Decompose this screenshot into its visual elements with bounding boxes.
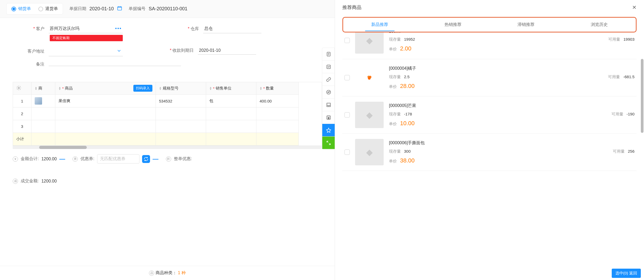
gear-icon: [16, 85, 21, 91]
horizontal-scrollbar[interactable]: [13, 146, 322, 149]
total-value: 1200.00: [41, 157, 57, 161]
product-name: [0000005]芒果: [389, 103, 634, 109]
swap-icon[interactable]: [322, 86, 335, 99]
star-icon[interactable]: [322, 124, 335, 137]
recommend-tabs: 新品推荐 热销推荐 滞销推荐 浏览历史: [343, 19, 636, 31]
radio-return-order[interactable]: 退货单: [38, 6, 58, 12]
account-period-badge: 不固定账期: [50, 35, 123, 41]
dash-icon: —: [153, 156, 158, 162]
list-item: [0000004]橘子 现存量2.5 可用量-681.5 单价28.00: [342, 59, 637, 96]
note-icon[interactable]: [322, 48, 335, 60]
sort-icon: ▲▼: [58, 86, 61, 90]
col-unit[interactable]: ▲▼*销售单位: [206, 82, 256, 95]
svg-point-1: [18, 87, 20, 88]
warehouse-input[interactable]: 总仓: [203, 24, 261, 33]
sort-icon: ▲▼: [260, 86, 262, 90]
dash-icon: —: [59, 156, 65, 162]
svg-point-9: [369, 76, 369, 76]
subtotal-label: 小计: [13, 133, 31, 146]
order-items-table: ▲▼商 ▲▼*商品扫码录入 ▲▼规格型号 ▲▼*销售单位 ▲▼*数量 1 果倍爽…: [13, 82, 322, 146]
sort-icon: ▲▼: [35, 86, 37, 90]
summary-area: ¥ 金额合计: 1200.00 — 券 优惠券: 无匹配优惠券 — 折 整单优惠…: [0, 149, 335, 189]
list-item: ◆ [0000005]芒果 现存量-178 可用量-190 单价10.00: [342, 96, 637, 134]
coupon-label: 优惠券:: [80, 156, 94, 162]
radio-return-label: 退货单: [45, 6, 58, 12]
coupon-icon: 券: [72, 156, 78, 162]
side-toolbar: [322, 48, 335, 150]
table-cell-thumb[interactable]: [31, 95, 55, 108]
product-checkbox[interactable]: [344, 150, 350, 155]
yen-icon: ¥: [13, 156, 18, 162]
table-cell-qty[interactable]: 400.00: [256, 95, 299, 108]
radio-sales-label: 销货单: [18, 6, 31, 12]
discount-label: 整单优惠:: [174, 156, 192, 162]
product-image: ◆: [355, 102, 384, 128]
due-date-input[interactable]: 2020-01-10: [198, 46, 256, 55]
refresh-button[interactable]: [142, 155, 150, 163]
kind-value: 1: [178, 270, 180, 275]
currency-icon[interactable]: [322, 111, 335, 124]
svg-point-4: [327, 90, 331, 94]
product-checkbox[interactable]: [344, 112, 350, 118]
col-goods-short[interactable]: ▲▼商: [31, 82, 55, 95]
total-label: 金额合计:: [21, 156, 39, 162]
remark-input[interactable]: [49, 63, 181, 66]
address-field: 客户地址: [13, 46, 123, 56]
deal-icon: 成: [13, 179, 18, 184]
vertical-scrollbar[interactable]: [641, 59, 643, 133]
col-spec[interactable]: ▲▼规格型号: [156, 82, 206, 95]
table-cell-unit[interactable]: 包: [206, 95, 256, 108]
col-qty[interactable]: ▲▼*数量: [256, 82, 299, 95]
svg-rect-0: [118, 7, 122, 10]
product-name: 250ml: [389, 32, 634, 34]
tab-new[interactable]: 新品推荐: [343, 19, 416, 31]
radio-dot-icon: [38, 7, 43, 11]
table-row[interactable]: 2: [13, 108, 31, 120]
kind-icon: 品: [149, 270, 154, 276]
calendar-icon[interactable]: [117, 6, 122, 12]
product-name: [0000004]橘子: [389, 66, 634, 71]
order-type-radio-group: 销货单 退货单: [6, 3, 63, 15]
recommend-footer: 选中(0) 返回: [612, 269, 641, 278]
doc-no-field: 单据编号 SA-20200110-001: [129, 6, 187, 12]
product-checkbox[interactable]: [344, 75, 350, 80]
form-area: *客户 苏州万达沃尔玛 ••• 不固定账期 *仓库 总仓 客户地址: [0, 18, 335, 79]
table-row[interactable]: 3: [13, 120, 31, 133]
inbox-icon[interactable]: [322, 99, 335, 111]
col-goods[interactable]: ▲▼*商品扫码录入: [55, 82, 156, 95]
doc-date-field: 单据日期 2020-01-10: [69, 6, 122, 12]
selected-return-button[interactable]: 选中(0) 返回: [612, 269, 641, 278]
expand-icon[interactable]: [322, 137, 335, 149]
product-image: ◆: [355, 139, 384, 165]
doc-date-label: 单据日期: [69, 6, 86, 12]
tab-history[interactable]: 浏览历史: [563, 19, 636, 31]
link-icon[interactable]: [322, 73, 335, 86]
recommend-product-list[interactable]: ◆ 250ml 现存量19952 可用量19903 单价2.00 [000000…: [335, 32, 644, 280]
tab-slow[interactable]: 滞销推荐: [489, 19, 563, 31]
radio-dot-icon: [11, 7, 16, 11]
remark-field: 备注: [13, 62, 181, 67]
due-date-value: 2020-01-10: [199, 48, 221, 53]
tab-hot[interactable]: 热销推荐: [416, 19, 490, 31]
recommend-tabs-highlight: 新品推荐 热销推荐 滞销推荐 浏览历史: [342, 17, 637, 32]
kind-label: 商品种类：: [156, 270, 177, 275]
doc-date-value[interactable]: 2020-01-10: [89, 6, 114, 12]
warehouse-value: 总仓: [204, 26, 213, 31]
col-settings[interactable]: [13, 82, 31, 95]
product-checkbox[interactable]: [344, 38, 350, 43]
sales-order-panel: 销货单 退货单 单据日期 2020-01-10 单据编号 SA-20200110…: [0, 0, 335, 280]
table-cell-name[interactable]: 果倍爽: [55, 95, 156, 108]
table-row[interactable]: 1: [13, 95, 31, 108]
coupon-input[interactable]: 无匹配优惠券: [97, 154, 139, 164]
address-input[interactable]: [49, 46, 123, 56]
scan-input-button[interactable]: 扫码录入: [133, 85, 152, 92]
warehouse-field: *仓库 总仓: [167, 24, 261, 33]
customer-input[interactable]: 苏州万达沃尔玛 •••: [49, 24, 123, 33]
more-icon[interactable]: •••: [115, 26, 122, 31]
table-cell-spec[interactable]: 534532: [156, 95, 206, 108]
close-icon[interactable]: ✕: [632, 4, 637, 11]
radio-sales-order[interactable]: 销货单: [11, 6, 31, 12]
deal-value: 1200.00: [41, 179, 57, 184]
chart-icon[interactable]: [322, 60, 335, 73]
chevron-down-icon[interactable]: [116, 48, 122, 54]
